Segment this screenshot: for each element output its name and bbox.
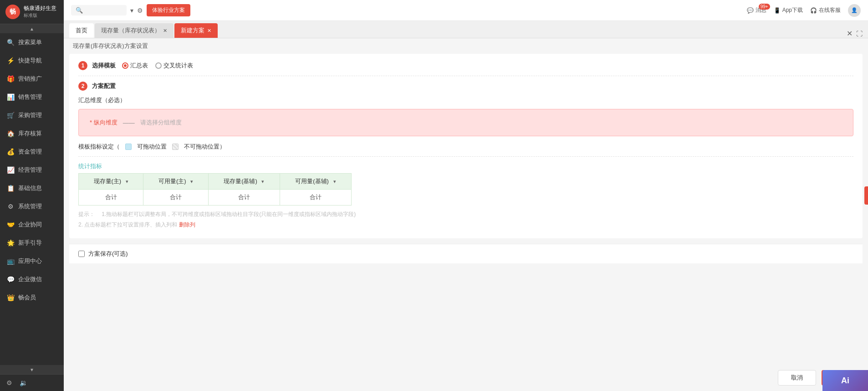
step2-row: 2 方案配置 xyxy=(78,82,853,91)
marketing-icon: 🎁 xyxy=(6,75,15,83)
tips-area: 提示： 1.拖动标题栏可以调整布局，不可跨维度或指标区域拖动柱目字段(只能在同一… xyxy=(78,210,853,229)
dim-arrow: —— xyxy=(123,119,135,126)
tabs-bar: 首页 现存量（库存状况表） ✕ 新建方案 ✕ ✕ ⛶ xyxy=(64,21,868,38)
sidebar-item-label: 企业协同 xyxy=(18,221,42,229)
sidebar-item-member[interactable]: 👑 畅会员 xyxy=(0,288,64,307)
sidebar-item-apps[interactable]: 📺 应用中心 xyxy=(0,252,64,270)
tab-new-scheme-label: 新建方案 xyxy=(181,26,204,35)
panel-close-icon[interactable]: ✕ xyxy=(847,29,853,38)
tip-2-text: 2. 点击标题栏下拉可设置排序、插入列和 xyxy=(78,221,177,228)
tab-inventory-label: 现存量（库存状况表） xyxy=(101,26,160,35)
cell-3: 合计 xyxy=(280,190,351,206)
topbar-search-box[interactable]: 🔍 xyxy=(71,5,127,15)
user-menu-button[interactable]: 👤 xyxy=(848,4,861,17)
sidebar-item-basic-info[interactable]: 📋 基础信息 xyxy=(0,179,64,197)
search-topbar-icon: 🔍 xyxy=(76,7,83,14)
tab-home[interactable]: 首页 xyxy=(69,23,94,38)
chevron-icon-3: ▾ xyxy=(333,179,336,184)
cell-1: 合计 xyxy=(143,190,208,206)
sidebar-item-newbie[interactable]: 🌟 新手引导 xyxy=(0,234,64,252)
topbar-left: 🔍 ▾ ⚙ 体验行业方案 xyxy=(71,4,741,16)
vertical-dim-label: * 纵向维度 xyxy=(90,118,117,127)
apps-icon: 📺 xyxy=(6,257,15,265)
sidebar-item-label: 资金管理 xyxy=(18,148,42,156)
step1-label: 选择模板 xyxy=(92,62,116,70)
sidebar-item-system[interactable]: ⚙ 系统管理 xyxy=(0,197,64,216)
table-row: 合计 合计 合计 合计 xyxy=(79,190,352,206)
purchase-icon: 🛒 xyxy=(6,111,15,119)
step2-badge: 2 xyxy=(78,82,87,91)
ai-label: Ai xyxy=(841,376,849,386)
sidebar-item-label: 搜索菜单 xyxy=(18,38,42,46)
radio-summary-table[interactable]: 汇总表 xyxy=(122,62,148,70)
sidebar-item-label: 经营管理 xyxy=(18,166,42,174)
panel-expand-icon[interactable]: ⛶ xyxy=(856,30,863,37)
right-edge-handle[interactable] xyxy=(864,186,868,205)
sidebar-item-label: 快捷导航 xyxy=(18,57,42,65)
tab-inventory[interactable]: 现存量（库存状况表） ✕ xyxy=(95,23,174,38)
non-draggable-legend-box xyxy=(172,144,179,150)
tab-new-scheme-close[interactable]: ✕ xyxy=(207,28,211,34)
radio-summary-label: 汇总表 xyxy=(130,62,148,70)
sidebar-item-label: 库存核算 xyxy=(18,129,42,138)
radio-cross-table[interactable]: 交叉统计表 xyxy=(155,62,193,70)
app-edition: 标准版 xyxy=(24,12,56,19)
section-divider-1 xyxy=(78,76,853,76)
col-header-2[interactable]: 现存量(基辅) ▾ xyxy=(208,174,280,190)
sidebar-item-enterprise[interactable]: 🤝 企业协同 xyxy=(0,216,64,234)
save-checkbox[interactable] xyxy=(78,251,85,257)
col-header-3[interactable]: 可用量(基辅) ▾ xyxy=(280,174,351,190)
search-icon: 🔍 xyxy=(6,38,15,46)
dimension-box[interactable]: * 纵向维度 —— 请选择分组维度 xyxy=(78,109,853,136)
topbar-settings-icon[interactable]: ⚙ xyxy=(137,7,143,14)
sidebar-item-search[interactable]: 🔍 搜索菜单 xyxy=(0,33,64,51)
dimension-label: 汇总维度（必选） xyxy=(78,96,853,104)
sidebar-item-operations[interactable]: 📈 经营管理 xyxy=(0,161,64,179)
table-section: 统计指标 现存量(主) ▾ 可用量(主) ▾ xyxy=(78,162,853,206)
col-header-0[interactable]: 现存量(主) ▾ xyxy=(79,174,143,190)
sales-icon: 📊 xyxy=(6,93,15,101)
chevron-icon-0: ▾ xyxy=(126,179,128,184)
sidebar-item-quicknav[interactable]: ⚡ 快捷导航 xyxy=(0,51,64,70)
app-download-button[interactable]: 📱 App下载 xyxy=(774,6,803,14)
sidebar-item-label: 应用中心 xyxy=(18,257,42,265)
tab-inventory-close[interactable]: ✕ xyxy=(163,28,167,34)
cell-0: 合计 xyxy=(79,190,143,206)
trial-button[interactable]: 体验行业方案 xyxy=(147,4,190,16)
section-divider-2 xyxy=(78,156,853,157)
sidebar-item-finance[interactable]: 💰 资金管理 xyxy=(0,143,64,161)
sidebar-item-label: 企业微信 xyxy=(18,275,42,283)
basic-info-icon: 📋 xyxy=(6,184,15,192)
page-title: 现存量(库存状况表)方案设置 xyxy=(73,42,148,49)
page-title-bar: 现存量(库存状况表)方案设置 xyxy=(64,38,868,54)
radio-cross-circle[interactable] xyxy=(155,62,162,69)
col-header-1[interactable]: 可用量(主) ▾ xyxy=(143,174,208,190)
sidebar-item-inventory[interactable]: 🏠 库存核算 xyxy=(0,124,64,143)
topbar-search-input[interactable] xyxy=(86,7,122,14)
step2-label: 方案配置 xyxy=(92,82,116,90)
sidebar-item-purchase[interactable]: 🛒 采购管理 xyxy=(0,106,64,124)
sidebar-item-marketing[interactable]: 🎁 营销推广 xyxy=(0,70,64,88)
sidebar-nav: 🔍 搜索菜单 ⚡ 快捷导航 🎁 营销推广 📊 销售管理 🛒 采购管理 🏠 库存核… xyxy=(0,33,64,365)
customer-service-button[interactable]: 🎧 在线客服 xyxy=(810,6,841,14)
ai-badge[interactable]: Ai xyxy=(822,370,868,391)
sidebar-item-sales[interactable]: 📊 销售管理 xyxy=(0,88,64,106)
tip-2-link[interactable]: 删除列 xyxy=(179,221,195,228)
headset-icon: 🎧 xyxy=(810,7,817,14)
save-row: 方案保存(可选) xyxy=(69,244,863,263)
main-area: 🔍 ▾ ⚙ 体验行业方案 💬 消息 99+ 📱 App下载 🎧 在线客服 👤 xyxy=(64,0,868,391)
sidebar-scroll-up[interactable]: ▲ xyxy=(0,24,64,33)
sidebar-logo: 畅 畅康通好生意 标准版 xyxy=(0,0,64,24)
member-icon: 👑 xyxy=(6,293,15,302)
messages-button[interactable]: 💬 消息 99+ xyxy=(747,6,766,14)
sidebar-scroll-down[interactable]: ▼ xyxy=(0,365,64,374)
topbar-gear-icon[interactable]: ▾ xyxy=(130,7,133,14)
quick-nav-icon: ⚡ xyxy=(6,57,15,65)
radio-summary-circle[interactable] xyxy=(122,62,128,69)
sidebar-item-wechat[interactable]: 💬 企业微信 xyxy=(0,270,64,288)
cancel-button[interactable]: 取消 xyxy=(778,370,816,386)
tab-new-scheme[interactable]: 新建方案 ✕ xyxy=(174,23,218,38)
scheme-panel: 1 选择模板 汇总表 交叉统计表 2 方案配置 xyxy=(69,54,863,238)
settings-icon[interactable]: ⚙ xyxy=(6,379,12,386)
volume-icon[interactable]: 🔉 xyxy=(20,379,27,386)
